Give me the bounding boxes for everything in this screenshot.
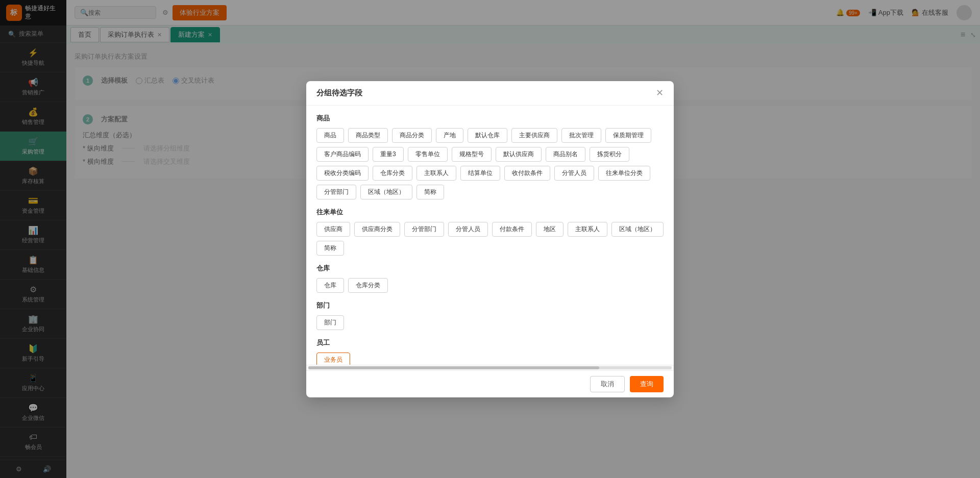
field-tag[interactable]: 商品类型	[348, 128, 388, 143]
field-tag[interactable]: 分管部门	[404, 222, 444, 237]
field-tag[interactable]: 供应商分类	[354, 222, 400, 237]
field-tag[interactable]: 规格型号	[452, 147, 492, 162]
modal-header: 分组待选字段 ✕	[306, 81, 674, 106]
field-tag[interactable]: 分管人员	[448, 222, 488, 237]
field-tag[interactable]: 分管人员	[554, 166, 594, 181]
confirm-button[interactable]: 查询	[630, 376, 664, 392]
section-goods: 商品 商品 商品类型 商品分类 产地 默认仓库 主要供应商 批次管理 保质期管理…	[316, 114, 664, 199]
field-tag[interactable]: 税收分类编码	[316, 166, 369, 181]
section-partner-fields: 供应商 供应商分类 分管部门 分管人员 付款条件 地区 主联系人 区域（地区） …	[316, 222, 664, 256]
field-tag[interactable]: 默认仓库	[468, 128, 507, 143]
field-tag[interactable]: 重量3	[373, 147, 404, 162]
section-department-fields: 部门	[316, 315, 664, 330]
section-department: 部门 部门	[316, 301, 664, 330]
field-tag[interactable]: 客户商品编码	[316, 147, 369, 162]
field-tag[interactable]: 商品分类	[392, 128, 432, 143]
section-warehouse: 仓库 仓库 仓库分类	[316, 264, 664, 293]
section-partner-title: 往来单位	[316, 208, 664, 217]
modal-body: 商品 商品 商品类型 商品分类 产地 默认仓库 主要供应商 批次管理 保质期管理…	[306, 106, 674, 365]
field-tag[interactable]: 拣货积分	[590, 147, 629, 162]
field-tag[interactable]: 付款条件	[492, 222, 532, 237]
field-tag[interactable]: 往来单位分类	[598, 166, 650, 181]
field-tag[interactable]: 业务员	[316, 353, 350, 365]
field-tag[interactable]: 保质期管理	[605, 128, 651, 143]
section-goods-title: 商品	[316, 114, 664, 123]
cancel-button[interactable]: 取消	[590, 376, 625, 392]
field-tag[interactable]: 仓库	[316, 278, 344, 293]
modal-overlay: 分组待选字段 ✕ 商品 商品 商品类型 商品分类 产地 默认仓库 主要供应商 批…	[0, 0, 980, 478]
section-employee-title: 员工	[316, 338, 664, 347]
field-tag[interactable]: 主联系人	[416, 166, 456, 181]
field-tag[interactable]: 收付款条件	[504, 166, 550, 181]
field-tag[interactable]: 主联系人	[568, 222, 607, 237]
modal-footer: 取消 查询	[306, 370, 674, 397]
field-tag[interactable]: 简称	[416, 185, 444, 199]
field-tag[interactable]: 部门	[316, 315, 344, 330]
field-tag[interactable]: 主要供应商	[511, 128, 557, 143]
field-tag[interactable]: 商品	[316, 128, 344, 143]
field-tag[interactable]: 地区	[536, 222, 564, 237]
section-warehouse-title: 仓库	[316, 264, 664, 273]
horizontal-scrollbar[interactable]	[308, 366, 672, 369]
field-tag[interactable]: 区域（地区）	[611, 222, 664, 237]
section-employee: 员工 业务员	[316, 338, 664, 365]
section-department-title: 部门	[316, 301, 664, 310]
field-tag[interactable]: 仓库分类	[348, 278, 388, 293]
section-goods-fields: 商品 商品类型 商品分类 产地 默认仓库 主要供应商 批次管理 保质期管理 客户…	[316, 128, 664, 199]
field-tag[interactable]: 批次管理	[561, 128, 601, 143]
field-tag[interactable]: 供应商	[316, 222, 350, 237]
modal-title: 分组待选字段	[316, 88, 362, 98]
section-partner: 往来单位 供应商 供应商分类 分管部门 分管人员 付款条件 地区 主联系人 区域…	[316, 208, 664, 256]
field-select-modal: 分组待选字段 ✕ 商品 商品 商品类型 商品分类 产地 默认仓库 主要供应商 批…	[306, 81, 674, 397]
field-tag[interactable]: 产地	[436, 128, 463, 143]
field-tag[interactable]: 区域（地区）	[360, 185, 412, 199]
field-tag[interactable]: 结算单位	[460, 166, 500, 181]
field-tag[interactable]: 默认供应商	[496, 147, 542, 162]
field-tag[interactable]: 商品别名	[546, 147, 585, 162]
modal-scrollbar-area	[306, 365, 674, 370]
section-employee-fields: 业务员	[316, 353, 664, 365]
section-warehouse-fields: 仓库 仓库分类	[316, 278, 664, 293]
modal-close-btn[interactable]: ✕	[656, 88, 664, 97]
field-tag[interactable]: 零售单位	[408, 147, 448, 162]
field-tag[interactable]: 简称	[316, 241, 344, 256]
field-tag[interactable]: 仓库分类	[373, 166, 412, 181]
field-tag[interactable]: 分管部门	[316, 185, 356, 199]
